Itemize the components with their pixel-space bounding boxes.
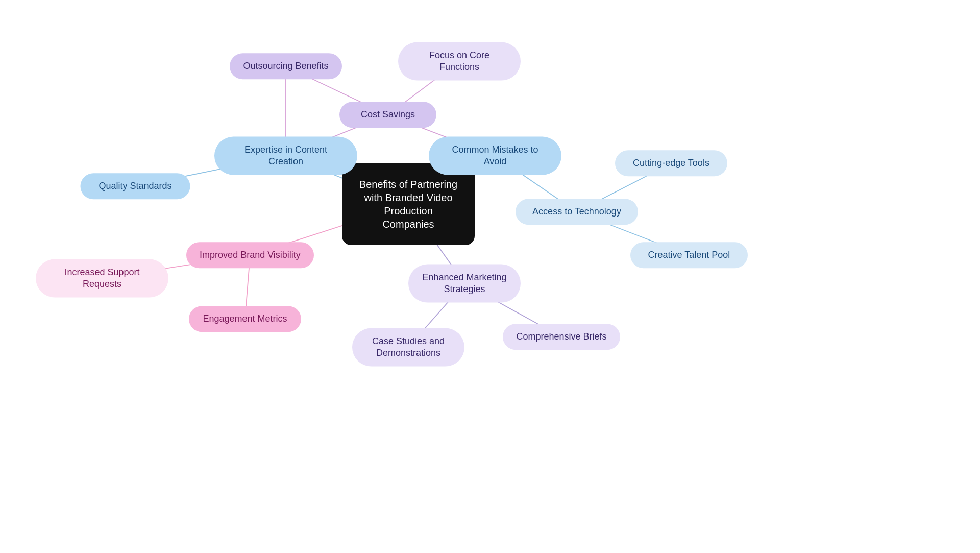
node-case: Case Studies and Demonstrations: [352, 328, 464, 367]
node-tools: Cutting-edge Tools: [615, 150, 727, 176]
node-core: Focus on Core Functions: [398, 42, 521, 81]
node-mistakes: Common Mistakes to Avoid: [429, 137, 561, 175]
node-outsourcing: Outsourcing Benefits: [230, 53, 342, 79]
node-expertise: Expertise in Content Creation: [214, 137, 357, 175]
node-talent: Creative Talent Pool: [630, 242, 748, 268]
node-center: Benefits of Partnering with Branded Vide…: [342, 163, 475, 245]
node-access: Access to Technology: [516, 199, 638, 225]
mind-map-canvas: Benefits of Partnering with Branded Vide…: [0, 0, 980, 553]
node-quality: Quality Standards: [81, 173, 190, 199]
node-brand: Improved Brand Visibility: [186, 242, 314, 268]
node-cost: Cost Savings: [339, 102, 436, 128]
node-marketing: Enhanced Marketing Strategies: [408, 265, 521, 303]
node-engagement: Engagement Metrics: [189, 306, 301, 332]
node-support: Increased Support Requests: [36, 259, 168, 298]
node-briefs: Comprehensive Briefs: [503, 324, 620, 350]
